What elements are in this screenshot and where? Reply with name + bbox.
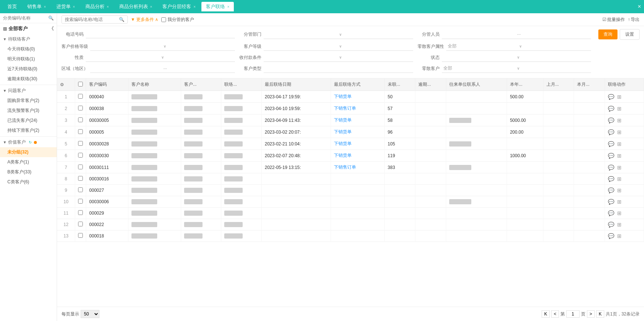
retail-customer-select[interactable]: 全部 ∨ (442, 64, 591, 73)
close-all-tabs[interactable]: × (638, 3, 641, 10)
pending-contact-group[interactable]: ▼ 待联络客户 (0, 34, 57, 44)
sidebar-item-overdue[interactable]: 逾期未联络(30) (0, 74, 57, 84)
tab-sales[interactable]: 销售单 × (23, 2, 50, 11)
chat-icon[interactable]: 💬 (608, 129, 614, 135)
more-conditions-btn[interactable]: ▼ 更多条件 ∧ (131, 17, 158, 23)
row-check[interactable] (78, 233, 83, 238)
customer-type-select[interactable] (264, 64, 413, 73)
sidebar-item-today[interactable]: 今天待联络(0) (0, 44, 57, 54)
last-method-link[interactable]: 下销货单 (334, 129, 352, 134)
last-method-link[interactable]: 下销货单 (334, 94, 352, 99)
chat-icon[interactable]: 💬 (608, 222, 614, 227)
qr-icon[interactable]: ⊞ (617, 106, 622, 112)
qr-icon[interactable]: ⊞ (617, 129, 622, 135)
status-select[interactable]: ∨ (442, 53, 591, 62)
next-page-btn[interactable]: > (587, 310, 595, 318)
page-number-input[interactable] (566, 310, 580, 318)
qr-icon[interactable]: ⊞ (617, 176, 622, 182)
qr-icon[interactable]: ⊞ (617, 222, 622, 227)
first-page-btn[interactable]: K (542, 310, 550, 318)
tab-sales-close[interactable]: × (44, 5, 46, 9)
qr-icon[interactable]: ⊞ (617, 210, 622, 216)
row-check[interactable] (78, 210, 83, 215)
search-input[interactable] (65, 17, 117, 22)
row-check[interactable] (78, 176, 83, 181)
row-check[interactable] (78, 153, 83, 158)
sidebar-item-class-c[interactable]: C类客户(6) (0, 177, 57, 187)
chat-icon[interactable]: 💬 (608, 187, 614, 193)
prev-page-btn[interactable]: < (551, 310, 559, 318)
chat-icon[interactable]: 💬 (608, 176, 614, 182)
chat-icon[interactable]: 💬 (608, 233, 614, 239)
row-check[interactable] (78, 141, 83, 146)
sidebar-item-tomorrow[interactable]: 明天待联络(1) (0, 54, 57, 64)
my-customers-checkbox[interactable]: 我分管的客户 (161, 17, 194, 23)
chat-icon[interactable]: 💬 (608, 199, 614, 205)
problem-customers-group[interactable]: ▼ 问题客户 (0, 86, 57, 96)
tab-product-analysis-close[interactable]: × (107, 5, 109, 9)
qr-icon[interactable]: ⊞ (617, 233, 622, 239)
qr-icon[interactable]: ⊞ (617, 165, 622, 170)
qr-icon[interactable]: ⊞ (617, 141, 622, 147)
price-level-select[interactable]: ∨ (90, 42, 235, 51)
sidebar-item-abnormal[interactable]: 固购异常客户(2) (0, 96, 57, 106)
customer-level-select[interactable]: ∨ (264, 42, 413, 51)
value-customers-group[interactable]: ▼ 价值客户 ↻ (0, 137, 57, 147)
select-all-checkbox[interactable] (78, 82, 83, 87)
last-method-link[interactable]: 下销货单 (334, 141, 352, 146)
sidebar-item-class-a[interactable]: A类客户(1) (0, 157, 57, 167)
row-check[interactable] (78, 129, 83, 134)
gender-select[interactable]: ∨ (86, 53, 235, 62)
tab-home[interactable]: 首页 (3, 2, 21, 11)
row-check[interactable] (78, 117, 83, 122)
query-button[interactable]: 查询 (598, 29, 617, 39)
row-check[interactable] (78, 94, 83, 99)
gear-icon[interactable]: ⚙ (60, 82, 64, 87)
sidebar-item-declining[interactable]: 持续下滑客户(2) (0, 126, 57, 135)
tab-customer-contact-close[interactable]: × (227, 5, 229, 9)
qr-icon[interactable]: ⊞ (617, 94, 622, 100)
sidebar-item-churn-warn[interactable]: 流失预警客户(3) (0, 106, 57, 116)
chat-icon[interactable]: 💬 (608, 94, 614, 100)
chat-icon[interactable]: 💬 (608, 117, 614, 123)
region-select[interactable]: ··· (90, 64, 235, 73)
tab-customer-segment-close[interactable]: × (193, 5, 196, 9)
manager-select[interactable]: ··· (442, 30, 591, 39)
tab-customer-contact[interactable]: 客户联络 × (201, 2, 234, 11)
last-method-link[interactable]: 下销货单 (334, 117, 352, 123)
phone-input[interactable] (86, 31, 235, 38)
last-method-link[interactable]: 下销售订单 (334, 106, 356, 111)
qr-icon[interactable]: ⊞ (617, 199, 622, 205)
row-check[interactable] (78, 187, 83, 192)
tab-purchase-close[interactable]: × (73, 5, 75, 9)
row-check[interactable] (78, 165, 83, 169)
sidebar-item-ungroup[interactable]: 未分组(32) (0, 147, 57, 157)
last-page-btn[interactable]: K (596, 310, 604, 318)
search-icon[interactable]: 🔍 (119, 17, 124, 22)
row-check[interactable] (78, 199, 83, 204)
sidebar-item-class-b[interactable]: B类客户(33) (0, 167, 57, 177)
chat-icon[interactable]: 💬 (608, 141, 614, 147)
batch-operation-btn[interactable]: ☑ 批量操作 (602, 17, 625, 23)
tab-product-analysis[interactable]: 商品分析 × (81, 2, 113, 11)
row-check[interactable] (78, 222, 83, 226)
chat-icon[interactable]: 💬 (608, 153, 614, 159)
tab-product-list-close[interactable]: × (150, 5, 152, 9)
qr-icon[interactable]: ⊞ (617, 117, 622, 123)
last-method-link[interactable]: 下销售订单 (334, 165, 356, 170)
last-method-link[interactable]: 下销货单 (334, 153, 352, 158)
category-search-icon[interactable]: 🔍 (48, 15, 54, 21)
sidebar-collapse-btn[interactable]: 《 (49, 25, 54, 32)
refresh-icon[interactable]: ↻ (29, 140, 32, 144)
export-btn[interactable]: ↑ 导出 (628, 17, 640, 23)
all-customers-header[interactable]: ⊞ 全部客户 《 (0, 23, 57, 34)
tab-product-list[interactable]: 商品分析列表 × (115, 2, 157, 11)
payment-select[interactable]: ∨ (264, 53, 413, 62)
reset-button[interactable]: 设置 (620, 29, 640, 40)
chat-icon[interactable]: 💬 (608, 210, 614, 216)
qr-icon[interactable]: ⊞ (617, 187, 622, 193)
per-page-select[interactable]: 50 100 200 (81, 310, 99, 318)
chat-icon[interactable]: 💬 (608, 106, 614, 112)
category-search-input[interactable] (3, 15, 47, 21)
tab-purchase[interactable]: 进货单 × (52, 2, 80, 11)
